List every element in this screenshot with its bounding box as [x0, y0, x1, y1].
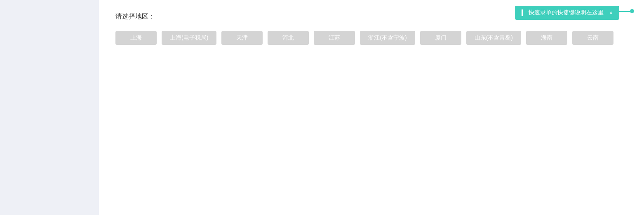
region-buttons: 上海上海(电子税局)天津河北江苏浙江(不含宁波)厦门山东(不含青岛)海南云南 — [115, 31, 628, 45]
region-button-shandong[interactable]: 山东(不含青岛) — [466, 31, 521, 45]
region-button-jiangsu[interactable]: 江苏 — [314, 31, 355, 45]
sidebar — [0, 0, 99, 215]
region-button-hainan[interactable]: 海南 — [526, 31, 567, 45]
region-button-shanghai[interactable]: 上海 — [115, 31, 157, 45]
tooltip-line — [619, 11, 630, 12]
region-button-yunnan[interactable]: 云南 — [572, 31, 613, 45]
main-content: 请选择地区： 上海上海(电子税局)天津河北江苏浙江(不含宁波)厦门山东(不含青岛… — [99, 0, 644, 215]
region-button-zhejiang[interactable]: 浙江(不含宁波) — [360, 31, 415, 45]
region-button-hebei[interactable]: 河北 — [268, 31, 309, 45]
tooltip-close-button[interactable]: × — [609, 9, 613, 16]
tooltip-banner: 快速录单的快捷键说明在这里 × — [515, 6, 619, 20]
region-button-shanghai-etax[interactable]: 上海(电子税局) — [162, 31, 216, 45]
tooltip-dot — [630, 9, 634, 13]
region-button-tianjin[interactable]: 天津 — [221, 31, 263, 45]
region-button-xiamen[interactable]: 厦门 — [420, 31, 461, 45]
tooltip-text: 快速录单的快捷键说明在这里 — [529, 9, 604, 16]
